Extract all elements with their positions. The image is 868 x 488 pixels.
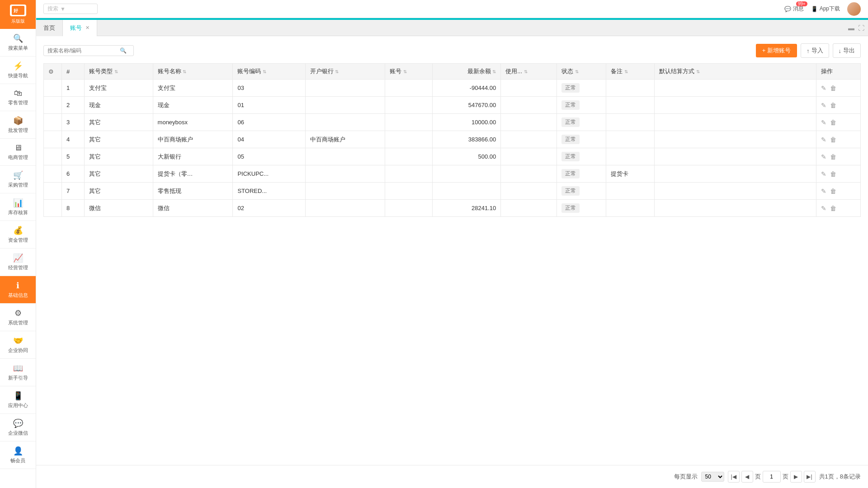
tab-home[interactable]: 首页 (36, 20, 63, 36)
row-index: 4 (62, 131, 85, 148)
row-usage (501, 148, 557, 165)
default-payment-column-header[interactable]: 默认结算方式 ⇅ (655, 64, 816, 80)
type-column-header[interactable]: 账号类型 ⇅ (85, 64, 153, 80)
row-code: PICKUPC... (233, 165, 305, 183)
quick-nav-icon: ⚡ (13, 61, 23, 71)
next-page-button[interactable]: ▶ (790, 471, 802, 483)
sidebar-item-capital-mgmt[interactable]: 💰 资金管理 (0, 221, 36, 249)
sidebar-item-chang-member[interactable]: 👤 畅会员 (0, 441, 36, 469)
sidebar-item-label: 搜索菜单 (8, 45, 28, 52)
sidebar-item-app-center[interactable]: 📱 应用中心 (0, 386, 36, 414)
edit-icon[interactable]: ✎ (821, 153, 826, 160)
edit-icon[interactable]: ✎ (821, 119, 826, 126)
remark-column-header[interactable]: 备注 ⇅ (606, 64, 655, 80)
status-badge: 正常 (561, 100, 580, 110)
sidebar-item-label: 新手引导 (8, 375, 28, 381)
sidebar-item-search-menu[interactable]: 🔍 搜索菜单 (0, 29, 36, 56)
message-button[interactable]: 💬 消息 99+ (784, 5, 804, 13)
sidebar-item-wholesale-mgmt[interactable]: 📦 批发管理 (0, 111, 36, 139)
row-usage (501, 97, 557, 114)
status-badge: 正常 (561, 135, 580, 144)
row-bank (305, 200, 385, 217)
wholesale-icon: 📦 (13, 116, 23, 126)
first-page-button[interactable]: |◀ (728, 471, 740, 483)
prev-page-button[interactable]: ◀ (741, 471, 753, 483)
sidebar-item-basic-info[interactable]: ℹ 基础信息 (0, 276, 36, 304)
page-number-input[interactable] (763, 471, 781, 483)
usage-column-header[interactable]: 使用... ⇅ (501, 64, 557, 80)
row-action: ✎ 🗑 (816, 131, 860, 148)
action-column-header: 操作 (816, 64, 860, 80)
edit-icon[interactable]: ✎ (821, 102, 826, 109)
search-input[interactable] (47, 47, 120, 54)
bank-column-header[interactable]: 开户银行 ⇅ (305, 64, 385, 80)
delete-icon[interactable]: 🗑 (830, 84, 836, 92)
account-column-header[interactable]: 账号 ⇅ (385, 64, 433, 80)
delete-icon[interactable]: 🗑 (830, 188, 836, 195)
row-name: moneybosx (153, 114, 233, 131)
row-index: 8 (62, 200, 85, 217)
sidebar-item-quick-nav[interactable]: ⚡ 快捷导航 (0, 56, 36, 84)
import-icon: ↑ (807, 47, 810, 54)
delete-icon[interactable]: 🗑 (830, 170, 836, 178)
row-bank (305, 114, 385, 131)
tab-minimize-icon[interactable]: ▬ (848, 24, 854, 32)
edit-icon[interactable]: ✎ (821, 84, 826, 92)
sidebar-item-enterprise-wechat[interactable]: 💬 企业微信 (0, 414, 36, 441)
edit-icon[interactable]: ✎ (821, 170, 826, 178)
table-row: 8 微信 微信 02 28241.10 正常 ✎ 🗑 (44, 200, 861, 217)
row-default-payment (655, 97, 816, 114)
topbar-search-box[interactable]: 搜索 ▼ (43, 4, 98, 14)
row-bank (305, 165, 385, 183)
edit-icon[interactable]: ✎ (821, 205, 826, 212)
row-default-payment (655, 114, 816, 131)
import-button[interactable]: ↑ 导入 (801, 43, 829, 58)
row-code: STORED... (233, 183, 305, 200)
tab-close-icon[interactable]: ✕ (85, 25, 90, 31)
app-download-button[interactable]: 📱 App下载 (811, 5, 840, 13)
per-page-select[interactable]: 50 20 100 (701, 472, 724, 482)
status-column-header[interactable]: 状态 ⇅ (557, 64, 606, 80)
row-usage (501, 114, 557, 131)
row-status: 正常 (557, 131, 606, 148)
delete-icon[interactable]: 🗑 (830, 136, 836, 143)
edit-icon[interactable]: ✎ (821, 188, 826, 195)
row-balance: 500.00 (433, 148, 501, 165)
sidebar-item-ops-mgmt[interactable]: 📈 经营管理 (0, 249, 36, 276)
sidebar-item-label: 经营管理 (8, 264, 28, 271)
sidebar-item-new-guide[interactable]: 📖 新手引导 (0, 359, 36, 386)
row-account (385, 131, 433, 148)
row-type: 微信 (85, 200, 153, 217)
delete-icon[interactable]: 🗑 (830, 119, 836, 126)
code-column-header[interactable]: 账号编码 ⇅ (233, 64, 305, 80)
row-settings (44, 131, 62, 148)
row-balance: -90444.00 (433, 80, 501, 97)
search-box[interactable]: 🔍 (43, 45, 134, 56)
export-button[interactable]: ↓ 导出 (833, 43, 861, 58)
row-default-payment (655, 148, 816, 165)
sidebar-item-retail-mgmt[interactable]: 🛍 零售管理 (0, 84, 36, 111)
name-sort-icon: ⇅ (183, 69, 186, 74)
balance-sort-icon: ⇅ (492, 69, 496, 74)
column-settings-icon[interactable]: ⚙ (48, 68, 54, 75)
delete-icon[interactable]: 🗑 (830, 153, 836, 160)
tab-expand-icon[interactable]: ⛶ (858, 24, 864, 32)
sidebar-item-system-mgmt[interactable]: ⚙ 系统管理 (0, 304, 36, 331)
tab-account[interactable]: 账号 ✕ (63, 20, 97, 36)
sidebar-item-inventory-calc[interactable]: 📊 库存核算 (0, 193, 36, 221)
name-column-header[interactable]: 账号名称 ⇅ (153, 64, 233, 80)
edit-icon[interactable]: ✎ (821, 136, 826, 143)
add-account-button[interactable]: + 新增账号 (756, 44, 797, 57)
last-page-button[interactable]: ▶| (804, 471, 816, 483)
balance-column-header[interactable]: 最新余额 ⇅ (433, 64, 501, 80)
sidebar-item-ecommerce-mgmt[interactable]: 🖥 电商管理 (0, 139, 36, 166)
sidebar-item-enterprise-agreement[interactable]: 🤝 企业协同 (0, 331, 36, 359)
row-index: 1 (62, 80, 85, 97)
sidebar-item-purchase-mgmt[interactable]: 🛒 采购管理 (0, 166, 36, 193)
tab-account-label: 账号 (70, 24, 82, 32)
user-avatar[interactable] (847, 2, 861, 16)
delete-icon[interactable]: 🗑 (830, 205, 836, 212)
delete-icon[interactable]: 🗑 (830, 102, 836, 109)
app-name: 乐版版 (11, 18, 25, 24)
sidebar-item-label: 采购管理 (8, 182, 28, 188)
